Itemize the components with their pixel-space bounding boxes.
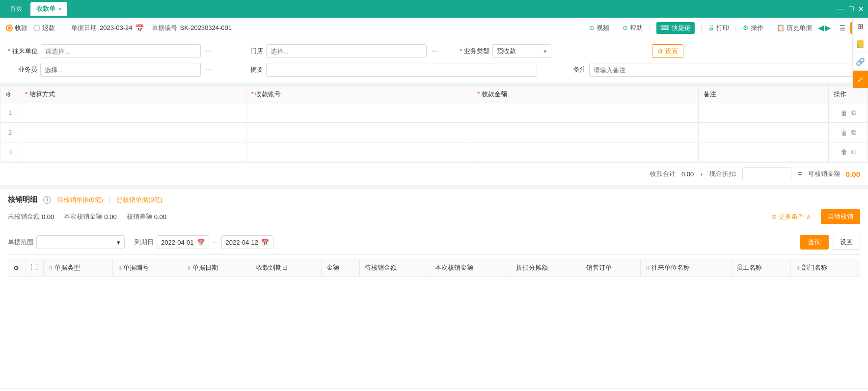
row-account-1[interactable] <box>246 103 472 123</box>
bt-th-counterparty: ⇅ 往来单位名称 <box>641 259 731 277</box>
table-row: 1 🗑 ⧉ <box>0 103 868 123</box>
row-delete-icon-2[interactable]: 🗑 <box>841 129 847 137</box>
filter-row: 单据范围 ▾ 到期日 2022-04-01 📅 — 2022-04-12 📅 <box>8 230 860 255</box>
form-row-1: 往来单位 ··· 门店 ··· 业务类型 预收款 ▾ ⚙ 设置 <box>8 44 860 58</box>
staff-more-btn[interactable]: ··· <box>204 65 214 74</box>
footer: 本单上欠 ℹ 0.00 放弃 保存草稿 ▾ 保存&新增 ▾ <box>0 388 868 391</box>
row-actions-3: 🗑 ⧉ <box>834 148 863 156</box>
row-account-2[interactable] <box>246 123 472 142</box>
calendar-to-icon: 📅 <box>261 239 269 246</box>
toolbar-help[interactable]: ⊙ 帮助 <box>623 24 643 32</box>
row-actions-1: 🗑 ⧉ <box>834 109 863 117</box>
form-row-2: 业务员 ··· 摘要 备注 <box>8 63 860 77</box>
reconcile-toolbar-right: ⊞ 更多条件 ∧ <box>771 212 811 221</box>
radio-refund[interactable]: 退款 <box>33 24 55 32</box>
toolbar-divider-1 <box>63 23 63 33</box>
counterparty-label: 往来单位 <box>8 47 38 56</box>
row-settlement-1[interactable] <box>20 103 246 123</box>
bt-th-gear[interactable]: ⚙ <box>8 259 26 277</box>
sidebar-book-icon[interactable]: 📒 <box>853 35 868 53</box>
row-note-3[interactable] <box>698 142 828 162</box>
sidebar-link-icon[interactable]: 🔗 <box>853 53 868 71</box>
query-btn[interactable]: 查询 <box>800 235 829 250</box>
row-note-2[interactable] <box>698 123 828 142</box>
reconcile-info-icon[interactable]: ℹ <box>43 196 51 204</box>
store-more-btn[interactable]: ··· <box>430 47 440 56</box>
toolbar-nav-arrows: ◀ ▶ <box>818 23 831 32</box>
chevron-up-icon: ∧ <box>806 213 811 221</box>
pending-tab[interactable]: 待核销单据(0笔) <box>57 196 103 204</box>
video-icon: ⊙ <box>589 24 595 31</box>
sidebar-expand-icon[interactable]: ⤢ <box>853 71 868 88</box>
row-account-3[interactable] <box>246 142 472 162</box>
bt-th-staff: 员工名称 <box>731 259 791 277</box>
bt-th-number: ⇅ 单据编号 <box>112 259 182 277</box>
more-conditions-btn[interactable]: ⊞ 更多条件 ∧ <box>771 212 811 221</box>
window-minimize-icon[interactable]: — <box>837 4 845 14</box>
nav-prev-icon[interactable]: ◀ <box>818 23 824 32</box>
reconcile-settings-btn[interactable]: 设置 <box>833 235 860 250</box>
row-amount-2[interactable] <box>472 123 699 142</box>
row-delete-icon-3[interactable]: 🗑 <box>841 148 847 156</box>
row-amount-3[interactable] <box>472 142 699 162</box>
table-row: 2 🗑 ⧉ <box>0 123 868 142</box>
tab-close-icon[interactable]: × <box>58 6 61 12</box>
note-label: 备注 <box>557 65 586 74</box>
radio-income[interactable]: 收款 <box>6 24 27 32</box>
bt-th-checkbox[interactable] <box>26 259 44 277</box>
store-field: 门店 ··· <box>234 44 440 58</box>
filter-range-select[interactable]: ▾ <box>36 235 125 249</box>
toolbar-shortcut[interactable]: ⌨ 快捷键 <box>656 22 695 34</box>
toolbar-print[interactable]: 🖨 打印 <box>708 24 729 32</box>
nav-next-icon[interactable]: ▶ <box>825 23 831 32</box>
filter-range-arrow-icon: ▾ <box>117 239 120 246</box>
business-type-select[interactable]: 预收款 ▾ <box>492 44 551 58</box>
filter-range-field: 单据范围 ▾ <box>8 235 125 249</box>
row-num-3: 3 <box>0 142 20 162</box>
row-copy-icon-2[interactable]: ⧉ <box>851 128 856 137</box>
summary-field: 摘要 <box>234 63 537 77</box>
tab-bar-controls: — □ ✕ <box>837 4 864 14</box>
bottom-table: ⚙ ⇅ 单据类型 ⇅ 单据编号 ⇅ 单据日期 <box>8 259 860 277</box>
filter-date-from[interactable]: 2022-04-01 📅 <box>157 235 209 249</box>
summary-input[interactable] <box>266 63 537 77</box>
tab-home[interactable]: 首页 <box>4 2 28 16</box>
row-amount-1[interactable] <box>472 103 699 123</box>
row-settlement-2[interactable] <box>20 123 246 142</box>
row-copy-icon-1[interactable]: ⧉ <box>851 109 856 117</box>
main-table: ⚙ * 结算方式 * 收款账号 * 收款金额 备注 操作 <box>0 85 868 162</box>
form-settings-btn[interactable]: ⚙ 设置 <box>652 44 683 58</box>
view-list-icon[interactable]: ☰ <box>837 22 848 34</box>
discount-input[interactable] <box>742 168 791 180</box>
filter-date-to[interactable]: 2022-04-12 📅 <box>221 235 274 249</box>
th-settings[interactable]: ⚙ <box>0 86 20 103</box>
toolbar-history[interactable]: 📋 历史单据 <box>777 24 812 32</box>
note-input[interactable] <box>589 63 860 77</box>
table-row: 3 🗑 ⧉ <box>0 142 868 162</box>
counterparty-more-btn[interactable]: ··· <box>204 47 214 56</box>
tab-receipt[interactable]: 收款单 × <box>30 2 67 16</box>
row-copy-icon-3[interactable]: ⧉ <box>851 148 856 156</box>
date-picker-icon[interactable]: 📅 <box>136 24 144 32</box>
toolbar-date-field: 单据日期 2023-03-24 📅 <box>71 24 144 32</box>
done-tab[interactable]: 已核销单据(0笔) <box>116 196 163 204</box>
window-restore-icon[interactable]: □ <box>849 4 854 14</box>
toolbar-operation[interactable]: ⚙ 操作 <box>743 24 763 32</box>
reconcile-header: 核销明细 ℹ 待核销单据(0笔) | 已核销单据(0笔) <box>8 195 860 204</box>
row-delete-icon-1[interactable]: 🗑 <box>841 109 847 117</box>
store-input[interactable] <box>266 44 427 58</box>
staff-input[interactable] <box>40 63 201 77</box>
sidebar-table-icon[interactable]: ⊞ <box>853 18 868 35</box>
counterparty-input[interactable] <box>41 44 201 58</box>
window-close-icon[interactable]: ✕ <box>858 4 864 14</box>
operation-icon: ⚙ <box>743 24 749 31</box>
bt-th-pending: 待核销金额 <box>359 259 430 277</box>
bt-select-all-checkbox[interactable] <box>31 264 37 270</box>
row-settlement-3[interactable] <box>20 142 246 162</box>
tab-bar: 首页 收款单 × — □ ✕ <box>0 0 868 18</box>
auto-reconcile-btn[interactable]: 自动核销 <box>821 209 860 224</box>
filter-icon: ⊞ <box>771 213 777 221</box>
bt-th-current: 本次核销金额 <box>430 259 511 277</box>
row-note-1[interactable] <box>698 103 828 123</box>
toolbar-video[interactable]: ⊙ 视频 <box>589 24 609 32</box>
